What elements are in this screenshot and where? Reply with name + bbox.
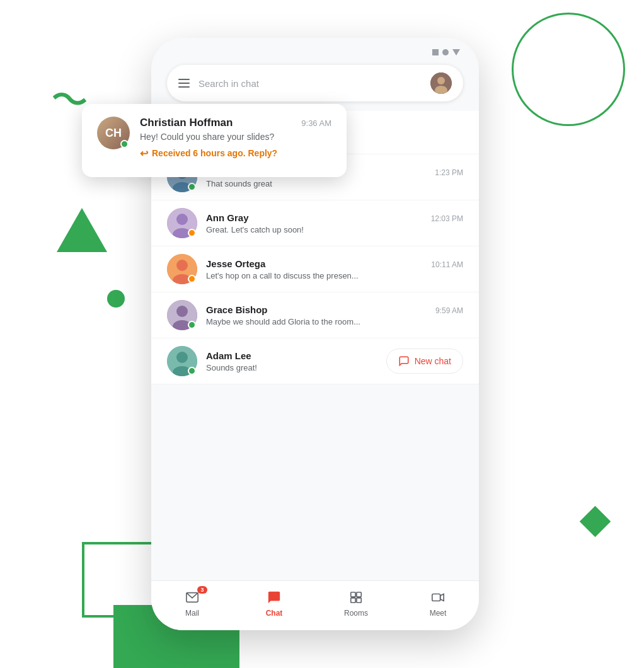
- svg-rect-25: [357, 598, 361, 602]
- chat-time: 10:11 AM: [431, 260, 463, 269]
- svg-rect-24: [351, 598, 355, 602]
- chat-preview-text: That sounds great: [206, 179, 463, 188]
- nav-item-mail[interactable]: 3 Mail: [151, 589, 233, 618]
- avatar-wrap: [167, 346, 197, 376]
- chat-preview-text: Maybe we should add Gloria to the room..…: [206, 317, 463, 326]
- list-item[interactable]: Adam Lee Sounds great! New chat: [151, 338, 479, 384]
- meet-icon: [431, 590, 445, 604]
- chat-item-content: Ann Gray 12:03 PM Great. Let's catch up …: [206, 212, 463, 234]
- nav-label-chat: Chat: [266, 609, 283, 618]
- reply-arrow-icon: ↩: [140, 147, 148, 159]
- new-chat-button[interactable]: New chat: [386, 348, 463, 374]
- svg-point-16: [176, 306, 188, 317]
- status-icon-circle: [442, 49, 449, 55]
- status-indicator: [188, 275, 196, 283]
- nav-icon-wrap-meet: [425, 589, 451, 606]
- notif-action[interactable]: ↩ Received 6 hours ago. Reply?: [140, 147, 331, 159]
- bg-triangle-decoration: [57, 208, 107, 252]
- chat-preview-text: Sounds great!: [206, 363, 377, 372]
- hamburger-menu-icon[interactable]: [178, 79, 190, 88]
- notif-sender-avatar: CH: [97, 117, 130, 149]
- chat-preview-text: Great. Let's catch up soon!: [206, 225, 463, 234]
- list-item[interactable]: Grace Bishop 9:59 AM Maybe we should add…: [151, 292, 479, 338]
- rooms-icon: [349, 590, 363, 604]
- list-item[interactable]: Jesse Ortega 10:11 AM Let's hop on a cal…: [151, 246, 479, 292]
- search-bar[interactable]: Search in chat: [167, 65, 463, 101]
- nav-item-chat[interactable]: Chat: [233, 589, 315, 618]
- list-item[interactable]: Ann Gray 12:03 PM Great. Let's catch up …: [151, 200, 479, 246]
- chat-contact-name: Adam Lee: [206, 350, 251, 361]
- user-avatar[interactable]: [430, 72, 452, 94]
- chat-item-content: Grace Bishop 9:59 AM Maybe we should add…: [206, 304, 463, 326]
- notif-time: 9:36 AM: [301, 118, 331, 128]
- chat-contact-name: Ann Gray: [206, 212, 249, 223]
- nav-icon-wrap-chat: [262, 589, 287, 606]
- chat-time: 12:03 PM: [431, 214, 463, 223]
- chat-time: 1:23 PM: [435, 168, 463, 177]
- status-indicator: [188, 229, 196, 237]
- svg-point-10: [176, 214, 188, 225]
- avatar-wrap: [167, 300, 197, 330]
- status-icon-triangle: [452, 49, 460, 55]
- status-indicator: [188, 321, 196, 329]
- chat-contact-name: Grace Bishop: [206, 304, 268, 315]
- new-chat-icon: [398, 355, 410, 367]
- nav-icon-wrap-rooms: [343, 589, 369, 606]
- svg-point-13: [176, 260, 188, 271]
- chat-item-content: Jesse Ortega 10:11 AM Let's hop on a cal…: [206, 258, 463, 280]
- svg-rect-26: [432, 594, 440, 601]
- avatar-wrap: [167, 208, 197, 238]
- new-chat-label: New chat: [415, 356, 451, 366]
- chat-time: 9:59 AM: [435, 306, 463, 315]
- svg-rect-22: [351, 592, 355, 597]
- bg-dot-decoration: [107, 290, 125, 308]
- nav-label-mail: Mail: [185, 609, 199, 618]
- avatar-wrap: [167, 254, 197, 284]
- bg-diamond-decoration: [580, 506, 611, 537]
- nav-item-rooms[interactable]: Rooms: [315, 589, 397, 618]
- mail-icon: [185, 590, 199, 604]
- svg-marker-27: [440, 594, 444, 601]
- status-indicator: [188, 367, 196, 375]
- notif-sender-name: Christian Hoffman: [140, 117, 233, 129]
- nav-label-rooms: Rooms: [344, 609, 368, 618]
- phone-status-bar: [151, 38, 479, 62]
- mail-badge: 3: [197, 586, 207, 594]
- search-placeholder: Search in chat: [198, 78, 430, 89]
- nav-item-meet[interactable]: Meet: [397, 589, 479, 618]
- chat-icon: [267, 590, 281, 604]
- notif-action-text: Received 6 hours ago. Reply?: [152, 148, 277, 158]
- status-icon-square: [432, 49, 439, 55]
- svg-point-1: [437, 77, 445, 84]
- notif-message: Hey! Could you share your slides?: [140, 131, 331, 144]
- chat-preview-text: Let's hop on a call to discuss the prese…: [206, 271, 463, 280]
- bottom-navigation: 3 Mail Chat Rooms: [151, 580, 479, 630]
- svg-point-19: [176, 352, 188, 363]
- chat-contact-name: Jesse Ortega: [206, 258, 265, 269]
- notification-popup: CH Christian Hoffman 9:36 AM Hey! Could …: [82, 104, 347, 177]
- nav-label-meet: Meet: [430, 609, 447, 618]
- chat-item-content: Adam Lee Sounds great!: [206, 350, 377, 372]
- bg-circle-decoration: [512, 13, 625, 126]
- nav-icon-wrap-mail: 3: [180, 589, 205, 606]
- svg-rect-23: [357, 592, 361, 597]
- status-indicator: [188, 183, 196, 191]
- notif-status-dot: [120, 140, 129, 148]
